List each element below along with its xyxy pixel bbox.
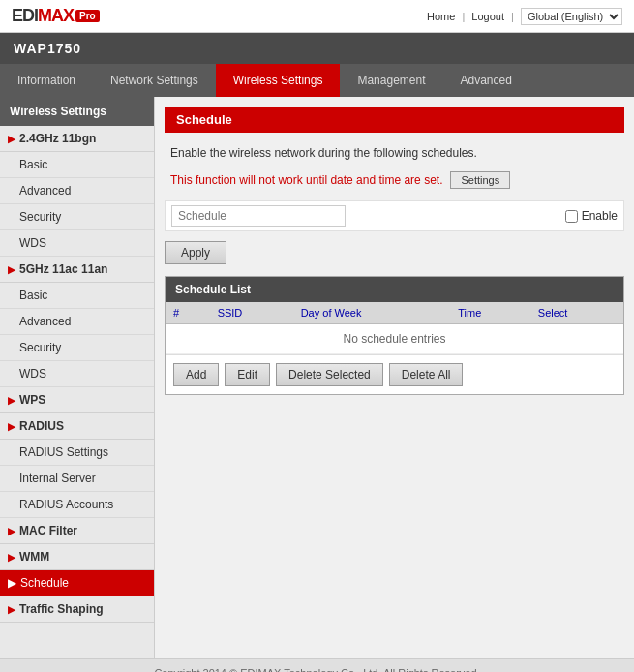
sidebar-group-mac-filter[interactable]: ▶ MAC Filter [0, 518, 154, 544]
sidebar-group-radius[interactable]: ▶ RADIUS [0, 413, 154, 440]
home-link[interactable]: Home [427, 11, 455, 22]
sidebar: Wireless Settings ▶ 2.4GHz 11bgn Basic A… [0, 97, 155, 658]
sidebar-item-schedule-label: Schedule [20, 576, 69, 590]
nav-wireless-settings[interactable]: Wireless Settings [216, 64, 341, 97]
top-links: Home | Logout | Global (English) [427, 8, 622, 25]
sidebar-group-24ghz[interactable]: ▶ 2.4GHz 11bgn [0, 126, 154, 152]
sidebar-group-wps-label: WPS [19, 393, 45, 407]
sidebar-group-wmm-label: WMM [19, 550, 49, 564]
col-select: Select [530, 302, 623, 324]
top-bar: EDIMAX Pro Home | Logout | Global (Engli… [0, 0, 634, 33]
language-select[interactable]: Global (English) [521, 8, 622, 25]
schedule-row: Enable [165, 200, 624, 231]
delete-all-button[interactable]: Delete All [389, 363, 464, 386]
schedule-list-header: Schedule List [166, 277, 623, 302]
model-name: WAP1750 [14, 41, 81, 56]
nav-information[interactable]: Information [0, 64, 93, 97]
schedule-input[interactable] [171, 205, 346, 227]
logout-link[interactable]: Logout [471, 11, 504, 22]
nav-management[interactable]: Management [340, 64, 442, 97]
delete-selected-button[interactable]: Delete Selected [276, 363, 383, 386]
no-entries-text: No schedule entries [166, 324, 623, 354]
col-ssid: SSID [210, 302, 293, 324]
warning-row: This function will not work until date a… [165, 169, 624, 191]
sidebar-item-24-basic[interactable]: Basic [0, 152, 154, 178]
sidebar-group-wmm[interactable]: ▶ WMM [0, 544, 154, 570]
warning-text: This function will not work until date a… [170, 173, 442, 187]
edit-button[interactable]: Edit [225, 363, 270, 386]
sidebar-item-24-security[interactable]: Security [0, 204, 154, 230]
schedule-list: Schedule List # SSID Day of Week Time Se… [165, 276, 624, 395]
logo-text: EDIMAX [12, 6, 74, 26]
sidebar-item-24-advanced[interactable]: Advanced [0, 178, 154, 204]
pro-badge: Pro [75, 10, 100, 22]
info-text: Enable the wireless network during the f… [165, 142, 624, 164]
sidebar-group-radius-label: RADIUS [19, 419, 64, 433]
sidebar-group-5ghz-label: 5GHz 11ac 11an [19, 262, 107, 276]
sidebar-item-24-wds[interactable]: WDS [0, 230, 154, 257]
arrow-icon: ▶ [8, 134, 15, 144]
col-time: Time [450, 302, 530, 324]
sidebar-item-radius-settings[interactable]: RADIUS Settings [0, 440, 154, 466]
col-hash: # [166, 302, 210, 324]
enable-area: Enable [565, 209, 618, 223]
sidebar-group-24ghz-label: 2.4GHz 11bgn [19, 132, 96, 145]
nav-network-settings[interactable]: Network Settings [93, 64, 216, 97]
nav-advanced[interactable]: Advanced [442, 64, 528, 97]
sidebar-group-mac-label: MAC Filter [19, 524, 77, 537]
model-bar: WAP1750 [0, 33, 634, 64]
sidebar-group-traffic-label: Traffic Shaping [19, 602, 104, 616]
arrow-icon-schedule: ▶ [8, 576, 16, 590]
sidebar-item-radius-accounts[interactable]: RADIUS Accounts [0, 492, 154, 518]
logo: EDIMAX Pro [12, 6, 100, 26]
sidebar-group-wps[interactable]: ▶ WPS [0, 387, 154, 413]
sidebar-item-5-advanced[interactable]: Advanced [0, 309, 154, 335]
content-header: Schedule [165, 107, 624, 133]
table-actions: Add Edit Delete Selected Delete All [166, 354, 623, 394]
add-button[interactable]: Add [173, 363, 219, 386]
col-day: Day of Week [293, 302, 451, 324]
arrow-icon-mac: ▶ [8, 526, 15, 536]
settings-button[interactable]: Settings [450, 171, 510, 189]
arrow-icon-5ghz: ▶ [8, 264, 15, 275]
main-layout: Wireless Settings ▶ 2.4GHz 11bgn Basic A… [0, 97, 634, 658]
sidebar-item-5-wds[interactable]: WDS [0, 361, 154, 387]
arrow-icon-radius: ▶ [8, 421, 15, 432]
sidebar-group-5ghz[interactable]: ▶ 5GHz 11ac 11an [0, 257, 154, 283]
arrow-icon-wmm: ▶ [8, 552, 15, 563]
sidebar-item-internal-server[interactable]: Internal Server [0, 466, 154, 492]
footer-text: Copyright 2014 © EDIMAX Technology Co., … [154, 667, 479, 672]
arrow-icon-wps: ▶ [8, 395, 15, 406]
sidebar-item-schedule[interactable]: ▶ Schedule [0, 570, 154, 596]
footer: Copyright 2014 © EDIMAX Technology Co., … [0, 658, 634, 672]
sidebar-title: Wireless Settings [0, 97, 154, 126]
enable-label: Enable [582, 209, 618, 223]
content-area: Schedule Enable the wireless network dur… [155, 97, 634, 658]
sidebar-item-5-security[interactable]: Security [0, 335, 154, 361]
sidebar-item-5-basic[interactable]: Basic [0, 283, 154, 309]
no-entries-row: No schedule entries [166, 324, 623, 354]
schedule-table: # SSID Day of Week Time Select No schedu… [166, 302, 623, 354]
enable-checkbox[interactable] [565, 210, 578, 223]
arrow-icon-traffic: ▶ [8, 604, 15, 615]
apply-button[interactable]: Apply [165, 241, 226, 264]
sidebar-group-traffic[interactable]: ▶ Traffic Shaping [0, 596, 154, 623]
nav-bar: Information Network Settings Wireless Se… [0, 64, 634, 97]
